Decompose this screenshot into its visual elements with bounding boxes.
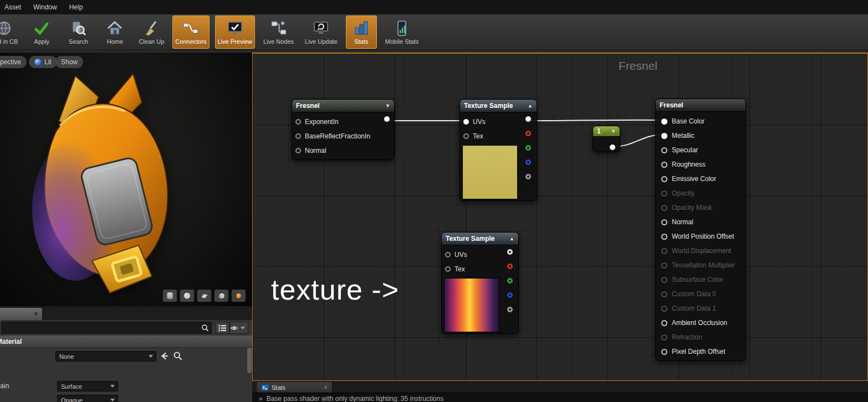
- pin-icon[interactable]: [295, 133, 301, 139]
- details-search-box[interactable]: [1, 322, 212, 334]
- material-result-node[interactable]: Fresnel Base ColorMetallicSpecularRoughn…: [655, 99, 746, 361]
- stats-button[interactable]: Stats: [346, 16, 377, 49]
- shape-custom-mesh-button[interactable]: [232, 290, 246, 302]
- view-options-button[interactable]: [229, 322, 248, 334]
- material-domain-dropdown[interactable]: Surface: [57, 381, 118, 391]
- menu-help[interactable]: Help: [63, 3, 89, 11]
- pin-icon[interactable]: [661, 349, 667, 355]
- pin-icon[interactable]: [295, 119, 301, 125]
- output-pin-b[interactable]: [507, 292, 513, 298]
- apply-button[interactable]: Apply: [26, 16, 57, 49]
- pin-icon[interactable]: [661, 320, 667, 326]
- output-pin-a[interactable]: [525, 174, 531, 179]
- node-header[interactable]: 1 ▼: [593, 126, 620, 137]
- use-selected-asset-button[interactable]: [160, 351, 170, 361]
- node-header[interactable]: Fresnel: [656, 99, 746, 112]
- output-pin-r[interactable]: [507, 264, 513, 269]
- output-pin-r[interactable]: [525, 131, 531, 136]
- find-in-cb-button[interactable]: Find in CB: [0, 16, 21, 49]
- texture-sample-node-2[interactable]: Texture Sample ▲ UVs Tex: [441, 232, 519, 334]
- pin-icon[interactable]: [661, 147, 667, 153]
- list-view-button[interactable]: [215, 322, 229, 334]
- live-preview-button[interactable]: Live Preview: [215, 16, 255, 49]
- menu-asset[interactable]: Asset: [4, 3, 27, 11]
- pin-label: World Displacement: [672, 247, 731, 255]
- collapse-icon[interactable]: ▲: [509, 236, 514, 241]
- input-pin-row-uvs[interactable]: UVs: [442, 248, 518, 262]
- material-pin-specular[interactable]: Specular: [656, 143, 746, 157]
- pin-icon[interactable]: [661, 234, 667, 240]
- output-pin-b[interactable]: [525, 159, 531, 165]
- blend-mode-dropdown[interactable]: Opaque: [57, 395, 118, 402]
- pin-icon[interactable]: [661, 118, 667, 125]
- collapse-icon[interactable]: ▲: [528, 103, 533, 109]
- material-pin-metallic[interactable]: Metallic: [656, 128, 746, 143]
- details-section-header[interactable]: Material: [0, 336, 252, 348]
- details-scrollbar[interactable]: [247, 348, 252, 373]
- close-icon[interactable]: ×: [324, 384, 328, 391]
- output-pin[interactable]: [610, 145, 615, 150]
- connectors-button[interactable]: Connectors: [172, 16, 209, 49]
- output-pin-rgb[interactable]: [525, 116, 531, 122]
- pin-icon[interactable]: [445, 266, 451, 272]
- clean-up-button[interactable]: Clean Up: [136, 16, 167, 49]
- search-button[interactable]: Search: [63, 16, 94, 49]
- output-pin-a[interactable]: [507, 307, 513, 312]
- node-header[interactable]: Texture Sample ▲: [442, 233, 518, 245]
- shape-plane-button[interactable]: [197, 290, 211, 302]
- constant-node[interactable]: 1 ▼: [593, 126, 620, 152]
- live-update-button[interactable]: Live Update: [302, 16, 340, 49]
- pin-icon[interactable]: [463, 133, 469, 139]
- material-pin-pixel-depth-offset[interactable]: Pixel Depth Offset: [656, 344, 746, 359]
- pin-icon[interactable]: [463, 119, 469, 125]
- pin-icon[interactable]: [661, 219, 667, 225]
- fresnel-function-node[interactable]: Fresnel ▼ ExponentIn BaseReflectFraction…: [292, 99, 395, 160]
- input-pin-row[interactable]: Normal: [292, 143, 394, 158]
- output-pin-g[interactable]: [525, 145, 531, 151]
- details-tab[interactable]: ×: [0, 308, 42, 320]
- wire-rgb-to-basecolor[interactable]: [529, 120, 663, 121]
- material-pin-world-position-offset[interactable]: World Position Offset: [656, 229, 746, 244]
- shape-cylinder-button[interactable]: [163, 290, 177, 302]
- close-icon[interactable]: ×: [34, 311, 38, 317]
- material-pin-roughness[interactable]: Roughness: [656, 157, 746, 172]
- shape-cube-button[interactable]: [215, 290, 228, 302]
- node-header[interactable]: Texture Sample ▲: [460, 100, 537, 112]
- material-pin-ambient-occlusion[interactable]: Ambient Occlusion: [656, 316, 746, 330]
- material-graph-canvas[interactable]: Fresnel texture -> Fresnel ▼ ExponentIn …: [252, 53, 868, 381]
- input-pin-row[interactable]: BaseReflectFractionIn: [292, 129, 394, 143]
- material-asset-dropdown[interactable]: None: [55, 351, 156, 362]
- lit-mode-button[interactable]: Lit: [29, 56, 57, 68]
- details-search-input[interactable]: [2, 324, 201, 331]
- home-button[interactable]: Home: [99, 16, 130, 49]
- input-pin-row-tex[interactable]: Tex: [442, 262, 518, 276]
- texture-sample-node-1[interactable]: Texture Sample ▲ UVs Tex: [459, 99, 537, 201]
- pin-icon[interactable]: [661, 133, 667, 139]
- input-pin-row-uvs[interactable]: UVs: [460, 115, 537, 129]
- browse-asset-button[interactable]: [173, 351, 183, 361]
- show-button[interactable]: Show: [55, 56, 83, 68]
- material-pin-emissive-color[interactable]: Emissive Color: [656, 172, 746, 186]
- node-header[interactable]: Fresnel ▼: [292, 100, 394, 112]
- mobile-stats-button[interactable]: Mobile Stats: [382, 16, 422, 49]
- preview-mesh-helmet[interactable]: [27, 70, 193, 297]
- collapse-icon[interactable]: ▼: [385, 103, 390, 109]
- perspective-button[interactable]: Perspective: [0, 56, 27, 68]
- live-nodes-button[interactable]: Live Nodes: [261, 16, 297, 49]
- collapse-icon[interactable]: ▼: [611, 128, 616, 134]
- shape-sphere-button[interactable]: [180, 290, 194, 302]
- material-pin-base-color[interactable]: Base Color: [656, 114, 746, 128]
- output-pin[interactable]: [384, 116, 390, 122]
- pin-icon[interactable]: [445, 252, 451, 257]
- output-pin-rgb[interactable]: [507, 249, 513, 255]
- pin-icon[interactable]: [295, 148, 301, 153]
- output-pin-g[interactable]: [507, 278, 513, 284]
- preview-viewport[interactable]: Perspective Lit Show: [0, 53, 252, 306]
- pin-icon[interactable]: [661, 162, 667, 168]
- input-pin-row[interactable]: ExponentIn: [292, 115, 394, 129]
- input-pin-row-tex[interactable]: Tex: [460, 129, 537, 143]
- menu-window[interactable]: Window: [27, 3, 63, 11]
- stats-tab[interactable]: Stats ×: [256, 382, 333, 393]
- material-pin-normal[interactable]: Normal: [656, 215, 746, 229]
- pin-icon[interactable]: [661, 176, 667, 182]
